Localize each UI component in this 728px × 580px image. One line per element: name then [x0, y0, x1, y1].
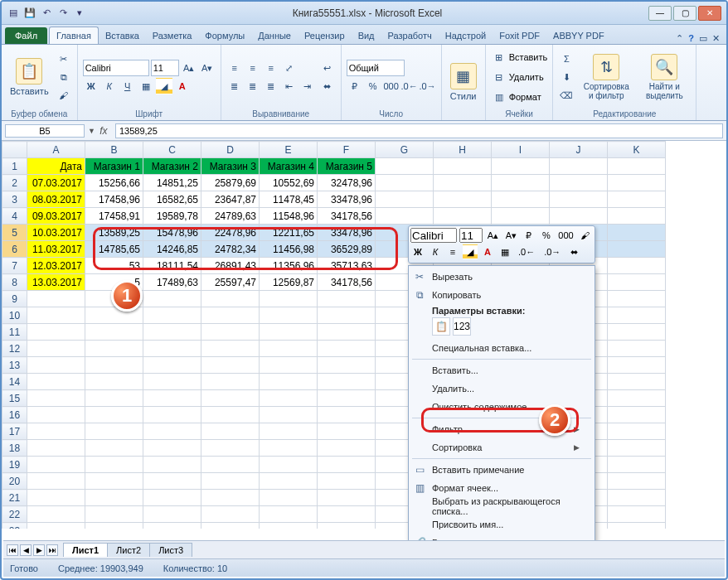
data-cell[interactable]: 10552,69	[260, 175, 318, 191]
paste-button[interactable]: 📋 Вставить	[7, 56, 52, 98]
format-painter-icon[interactable]: 🖌	[56, 87, 72, 104]
sheet-tab-3[interactable]: Лист3	[149, 543, 192, 557]
tab-insert[interactable]: Вставка	[99, 27, 146, 44]
cell[interactable]	[434, 158, 492, 175]
paste-option-2-icon[interactable]: 123	[453, 317, 471, 336]
header-cell[interactable]: Магазин 4	[260, 158, 318, 175]
font-size-combo[interactable]	[151, 60, 179, 76]
date-cell[interactable]: 09.03.2017	[27, 208, 85, 225]
row-header-9[interactable]: 9	[2, 291, 27, 307]
decrease-font-icon[interactable]: A▾	[199, 60, 216, 76]
data-cell[interactable]: 53	[85, 258, 143, 274]
cell[interactable]	[27, 291, 85, 307]
save-icon[interactable]: 💾	[23, 7, 36, 20]
mini-size-combo[interactable]	[459, 228, 483, 243]
data-cell[interactable]: 32478,96	[318, 175, 376, 191]
percent-icon[interactable]: %	[365, 78, 381, 94]
row-header-2[interactable]: 2	[2, 175, 27, 191]
cell[interactable]	[608, 175, 666, 191]
header-cell[interactable]: Дата	[27, 158, 85, 175]
cell[interactable]	[201, 407, 260, 423]
col-header-H[interactable]: H	[434, 142, 492, 158]
close-button[interactable]: ✕	[698, 6, 721, 21]
row-header-1[interactable]: 1	[2, 158, 27, 175]
sheet-nav-last-icon[interactable]: ⏭	[46, 544, 58, 556]
row-header-12[interactable]: 12	[2, 341, 27, 357]
menu-cut[interactable]: ✂Вырезать	[409, 268, 595, 286]
menu-sort[interactable]: Сортировка▶	[409, 438, 595, 457]
cell[interactable]	[318, 440, 376, 457]
cell[interactable]	[608, 241, 666, 258]
menu-delete[interactable]: Удалить...	[409, 379, 595, 398]
mini-border-icon[interactable]: ▦	[497, 244, 512, 259]
tab-data[interactable]: Данные	[251, 27, 298, 44]
row-header-23[interactable]: 23	[2, 523, 27, 529]
cell[interactable]	[27, 490, 85, 506]
cell[interactable]	[318, 374, 376, 390]
cell[interactable]	[201, 473, 260, 490]
data-cell[interactable]: 17458,96	[85, 191, 143, 208]
cell[interactable]	[85, 523, 143, 529]
align-left-icon[interactable]: ≣	[226, 78, 243, 94]
cell[interactable]	[27, 457, 85, 473]
sheet-nav-next-icon[interactable]: ▶	[33, 544, 45, 556]
mini-currency-icon[interactable]: ₽	[522, 228, 536, 243]
col-header-A[interactable]: A	[27, 142, 85, 158]
cell[interactable]	[318, 506, 376, 523]
cell[interactable]	[376, 208, 434, 225]
cell[interactable]	[608, 357, 666, 374]
mini-dec-decimal-icon[interactable]: .0→	[541, 244, 564, 259]
mini-fill-color-icon[interactable]: ◢	[463, 244, 478, 259]
cell[interactable]	[550, 175, 608, 191]
row-header-16[interactable]: 16	[2, 407, 27, 423]
cell[interactable]	[260, 374, 318, 390]
paste-option-1-icon[interactable]: 📋	[432, 317, 450, 336]
data-cell[interactable]: 11356,96	[260, 258, 318, 274]
tab-layout[interactable]: Разметка	[146, 27, 199, 44]
mini-align-icon[interactable]: ≡	[445, 244, 460, 259]
data-cell[interactable]: 23647,87	[201, 191, 260, 208]
cell[interactable]	[27, 506, 85, 523]
cell[interactable]	[608, 374, 666, 390]
data-cell[interactable]: 34178,56	[318, 274, 376, 291]
mini-percent-icon[interactable]: %	[539, 228, 554, 243]
align-bottom-icon[interactable]: ≡	[263, 60, 279, 76]
row-header-21[interactable]: 21	[2, 490, 27, 506]
font-color-button[interactable]: A	[174, 78, 191, 94]
file-tab[interactable]: Файл	[5, 27, 47, 44]
col-header-F[interactable]: F	[318, 142, 376, 158]
cell[interactable]	[608, 258, 666, 274]
row-header-5[interactable]: 5	[2, 225, 27, 241]
cell[interactable]	[260, 506, 318, 523]
align-middle-icon[interactable]: ≡	[245, 60, 261, 76]
cell[interactable]	[201, 490, 260, 506]
copy-icon[interactable]: ⧉	[56, 69, 72, 85]
cell[interactable]	[143, 473, 201, 490]
cell[interactable]	[608, 490, 666, 506]
cell[interactable]	[318, 341, 376, 357]
cell[interactable]	[201, 324, 260, 341]
help-icon[interactable]: ?	[688, 33, 694, 44]
row-header-18[interactable]: 18	[2, 440, 27, 457]
row-header-17[interactable]: 17	[2, 423, 27, 440]
worksheet-grid[interactable]: ABCDEFGHIJK1ДатаМагазин 1Магазин 2Магази…	[2, 141, 726, 529]
mini-font-combo[interactable]	[410, 228, 457, 243]
cell[interactable]	[143, 523, 201, 529]
date-cell[interactable]: 11.03.2017	[27, 241, 85, 258]
insert-cells-button[interactable]: ⊞Вставить	[491, 49, 548, 65]
orientation-icon[interactable]: ⤢	[281, 60, 298, 76]
mini-bold-icon[interactable]: Ж	[410, 244, 425, 259]
row-header-14[interactable]: 14	[2, 374, 27, 390]
cell[interactable]	[201, 423, 260, 440]
cell[interactable]	[143, 457, 201, 473]
tab-review[interactable]: Рецензир	[298, 27, 352, 44]
tab-formulas[interactable]: Формулы	[198, 27, 251, 44]
comma-icon[interactable]: 000	[383, 78, 400, 94]
date-cell[interactable]: 07.03.2017	[27, 175, 85, 191]
cell[interactable]	[85, 357, 143, 374]
dec-decimal-icon[interactable]: .0→	[420, 78, 436, 94]
cell[interactable]	[608, 191, 666, 208]
close-workbook-icon[interactable]: ✕	[712, 33, 720, 44]
cell[interactable]	[27, 390, 85, 407]
tab-view[interactable]: Вид	[352, 27, 381, 44]
